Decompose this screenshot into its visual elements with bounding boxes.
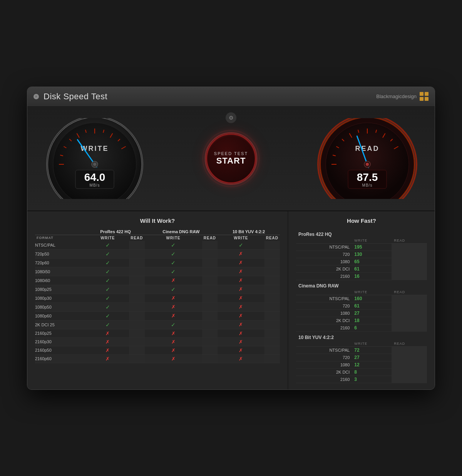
cross-icon: ✗ — [239, 339, 243, 345]
check-icon: ✓ — [105, 260, 110, 266]
hf-section-header: Cinema DNG RAW — [296, 280, 427, 289]
center-area: ⚙ SPEED TEST START — [206, 134, 256, 184]
table-row: 2160p30✗✗✗ — [35, 337, 280, 346]
svg-text:MB/s: MB/s — [362, 183, 373, 187]
table-row: 2160p25✗✗✗ — [35, 329, 280, 337]
cross-icon: ✗ — [171, 347, 176, 353]
format-name-cell: 720p60 — [35, 258, 87, 267]
table-row: 1080p25✓✓✗ — [35, 285, 280, 294]
how-fast-title: How Fast? — [296, 217, 427, 224]
table-row: 2K DCI 25✓✓✗ — [35, 320, 280, 329]
cross-icon: ✗ — [171, 313, 176, 319]
write-gauge-svg: WRITE 64.0 MB/s — [43, 118, 147, 199]
yuv-read-subheader: READ — [264, 235, 280, 241]
settings-button[interactable]: ⚙ — [226, 112, 236, 123]
cross-icon: ✗ — [239, 277, 243, 283]
gauges-section: WRITE 64.0 MB/s ⚙ SPEED TEST START — [27, 107, 435, 211]
hf-row: 2K DCI18 — [296, 317, 427, 324]
table-row: 2160p60✗✗✗ — [35, 354, 280, 363]
start-button[interactable]: SPEED TEST START — [206, 134, 256, 184]
yuv-write-subheader: WRITE — [218, 235, 264, 241]
check-icon: ✓ — [105, 242, 110, 248]
check-icon: ✓ — [105, 269, 110, 275]
read-gauge-svg: READ 87.5 MB/s — [315, 118, 419, 199]
will-it-work-table: ProRes 422 HQ Cinema DNG RAW 10 Bit YUV … — [35, 229, 280, 363]
hf-row: NTSC/PAL72 — [296, 346, 427, 354]
cross-icon: ✗ — [239, 322, 243, 327]
cross-icon: ✗ — [171, 304, 176, 310]
cross-icon: ✗ — [239, 356, 243, 362]
start-button-label-main: START — [216, 156, 246, 166]
format-name-cell: 1080p60 — [35, 311, 87, 320]
cross-icon: ✗ — [105, 347, 110, 353]
hf-row: NTSC/PAL195 — [296, 243, 427, 251]
format-name-cell: 1080p25 — [35, 285, 87, 294]
hf-row: 2K DCI8 — [296, 368, 427, 376]
check-icon: ✓ — [105, 304, 110, 310]
format-col-header — [35, 229, 87, 235]
brand-sq-2 — [425, 92, 429, 96]
svg-text:64.0: 64.0 — [84, 171, 105, 183]
cross-icon: ✗ — [171, 277, 176, 283]
table-row: NTSC/PAL✓✓✓ — [35, 241, 280, 250]
cross-icon: ✗ — [239, 295, 243, 301]
cross-icon: ✗ — [239, 251, 243, 257]
table-row: 720p60✓✓✗ — [35, 258, 280, 267]
format-name-cell: 1080p50 — [35, 302, 87, 311]
prores-write-subheader: WRITE — [87, 235, 129, 241]
format-name-cell: 1080i60 — [35, 276, 87, 285]
table-row: 1080i50✓✓✗ — [35, 267, 280, 276]
brand-sq-3 — [420, 97, 424, 101]
check-icon: ✓ — [171, 242, 176, 248]
read-gauge: READ 87.5 MB/s — [315, 118, 419, 199]
svg-text:MB/s: MB/s — [90, 183, 100, 187]
hf-section-header: ProRes 422 HQ — [296, 229, 427, 238]
brand-sq-4 — [425, 97, 429, 101]
check-icon: ✓ — [105, 313, 110, 319]
how-fast-panel: How Fast? ProRes 422 HQWRITEREADNTSC/PAL… — [288, 211, 435, 389]
cross-icon: ✗ — [105, 356, 110, 362]
will-it-work-rows: NTSC/PAL✓✓✓720p50✓✓✗720p60✓✓✗1080i50✓✓✗1… — [35, 241, 280, 363]
table-row: 720p50✓✓✗ — [35, 249, 280, 258]
check-icon: ✓ — [171, 251, 176, 257]
cross-icon: ✗ — [239, 313, 243, 319]
hf-row: 72027 — [296, 354, 427, 361]
hf-row: 72061 — [296, 302, 427, 309]
table-row: 2160p50✗✗✗ — [35, 346, 280, 354]
cross-icon: ✗ — [239, 260, 243, 266]
how-fast-table: ProRes 422 HQWRITEREADNTSC/PAL1957201301… — [296, 229, 427, 383]
check-icon: ✓ — [105, 286, 110, 292]
close-button[interactable]: ✕ — [33, 94, 39, 99]
check-icon: ✓ — [171, 269, 176, 275]
dng-read-subheader: READ — [202, 235, 218, 241]
cross-icon: ✗ — [171, 331, 176, 336]
svg-text:READ: READ — [355, 145, 379, 152]
hf-row: 21606 — [296, 324, 427, 331]
title-bar-left: ✕ Disk Speed Test — [33, 92, 107, 102]
hf-row: NTSC/PAL160 — [296, 295, 427, 302]
cross-icon: ✗ — [239, 347, 243, 353]
data-section: Will It Work? ProRes 422 HQ Cinema DNG R… — [27, 211, 435, 389]
check-icon: ✓ — [171, 286, 176, 292]
format-name-cell: 1080i50 — [35, 267, 87, 276]
check-icon: ✓ — [171, 260, 176, 266]
app-title: Disk Speed Test — [44, 92, 107, 102]
svg-text:87.5: 87.5 — [357, 171, 378, 183]
hf-row: 108065 — [296, 258, 427, 265]
format-name-cell: NTSC/PAL — [35, 241, 87, 250]
cross-icon: ✗ — [239, 286, 243, 292]
title-bar: ✕ Disk Speed Test Blackmagicdesign — [27, 87, 435, 107]
prores-read-subheader: READ — [129, 235, 144, 241]
cross-icon: ✗ — [239, 331, 243, 336]
will-it-work-panel: Will It Work? ProRes 422 HQ Cinema DNG R… — [27, 211, 288, 389]
format-name-cell: 2K DCI 25 — [35, 320, 87, 329]
svg-point-21 — [93, 163, 96, 166]
format-name-cell: 2160p30 — [35, 337, 87, 346]
hf-row: 216016 — [296, 272, 427, 280]
cross-icon: ✗ — [171, 339, 176, 345]
cross-icon: ✗ — [171, 356, 176, 362]
hf-row: 2K DCI61 — [296, 265, 427, 272]
check-icon: ✓ — [105, 322, 110, 328]
hf-row: 21603 — [296, 376, 427, 383]
check-icon: ✓ — [171, 322, 176, 328]
